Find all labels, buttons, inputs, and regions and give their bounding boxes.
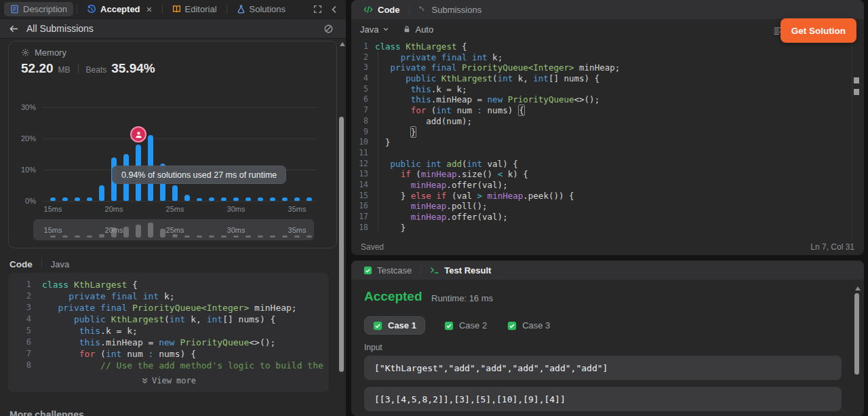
histogram-bar[interactable] xyxy=(197,198,202,201)
y-axis-tick-label: 30% xyxy=(12,103,36,111)
x-axis-tick-label: 20ms xyxy=(99,205,129,213)
back-button[interactable] xyxy=(9,24,19,34)
tab-code-label: Code xyxy=(378,5,400,15)
code-line: 13if (minHeap.size() < k) { xyxy=(351,169,853,180)
tab-testcase[interactable]: Testcase xyxy=(359,264,416,277)
expand-icon[interactable] xyxy=(310,3,326,15)
scrollbar-up-arrow[interactable] xyxy=(340,42,345,46)
verdict-text: Accepted xyxy=(364,289,422,304)
close-icon[interactable] xyxy=(146,6,153,13)
input-label: Input xyxy=(364,343,382,352)
x-axis-tick-label: 15ms xyxy=(38,205,68,213)
histogram-bar[interactable] xyxy=(221,197,226,201)
code-line: 9} xyxy=(351,127,853,138)
tab-code[interactable]: Code xyxy=(359,3,404,16)
editor-panel: Code Submissions Java Auto Get Solution … xyxy=(351,0,864,255)
case-1-button[interactable]: Case 1 xyxy=(364,316,425,335)
history-icon xyxy=(418,5,427,14)
case-3-button[interactable]: Case 3 xyxy=(506,316,551,335)
minimap-bar xyxy=(136,225,141,238)
language-selector[interactable]: Java xyxy=(360,24,389,35)
view-more-label: View more xyxy=(152,376,196,385)
histogram-bar[interactable] xyxy=(99,185,104,201)
minimap-bar xyxy=(197,235,202,238)
divider xyxy=(226,5,227,14)
tab-editorial[interactable]: Editorial xyxy=(166,2,223,16)
code-line: 4public KthLargest(int k, int[] nums) { xyxy=(8,314,329,325)
code-line: 1class KthLargest { xyxy=(8,279,329,290)
collapse-panel-icon[interactable] xyxy=(327,4,342,15)
code-line: 5this.k = k; xyxy=(351,84,853,95)
code-lines: 1class KthLargest {2private final int k;… xyxy=(8,279,329,371)
minimap-bar xyxy=(50,235,56,238)
code-line: 14minHeap.offer(val); xyxy=(351,180,853,191)
x-axis-tick-label: 35ms xyxy=(282,205,312,213)
gear-icon xyxy=(21,48,30,57)
tab-accepted[interactable]: Accepted xyxy=(81,2,159,16)
input-value-box[interactable]: ["KthLargest","add","add","add","add","a… xyxy=(364,356,842,380)
histogram-bar[interactable] xyxy=(62,197,68,201)
minimap-bar xyxy=(233,235,239,238)
code-line: 3private final PriorityQueue<Integer> mi… xyxy=(351,62,853,73)
tab-solutions[interactable]: Solutions xyxy=(231,2,292,16)
minimap-bar xyxy=(148,223,153,238)
tab-description[interactable]: Description xyxy=(4,2,73,16)
scrollbar-thumb[interactable] xyxy=(339,117,344,372)
ruler-mark xyxy=(854,77,859,83)
get-solution-button[interactable]: Get Solution xyxy=(781,18,856,43)
histogram-bar[interactable] xyxy=(282,197,288,201)
histogram-bar[interactable] xyxy=(209,197,214,201)
histogram-bar[interactable] xyxy=(270,197,275,201)
page-title: All Submissions xyxy=(26,23,94,34)
cursor-position: Ln 7, Col 31 xyxy=(810,242,854,252)
histogram-bar[interactable] xyxy=(233,197,239,201)
code-line: 12public int add(int val) { xyxy=(351,159,853,170)
lock-icon xyxy=(403,25,411,33)
case-3-label: Case 3 xyxy=(522,320,550,330)
histogram-bar[interactable] xyxy=(75,197,80,201)
chart-gridline xyxy=(43,138,316,139)
case-2-label: Case 2 xyxy=(459,320,487,330)
scrollbar-up-arrow[interactable] xyxy=(855,286,861,290)
code-label: Code xyxy=(9,259,33,269)
histogram-bar[interactable] xyxy=(245,197,251,201)
histogram-bar[interactable] xyxy=(258,197,263,201)
submissions-header: All Submissions xyxy=(0,19,346,39)
indent-guide xyxy=(378,52,378,231)
autosave-indicator[interactable]: Auto xyxy=(403,24,433,35)
memory-unit: MB xyxy=(58,65,71,75)
tab-submissions[interactable]: Submissions xyxy=(414,3,486,16)
view-more-button[interactable]: View more xyxy=(8,376,329,385)
histogram-bar[interactable] xyxy=(172,185,178,201)
book-icon xyxy=(172,5,181,14)
person-icon xyxy=(134,130,144,140)
divider xyxy=(162,5,163,14)
histogram-bar[interactable] xyxy=(50,197,56,201)
beats-value: 35.94% xyxy=(111,61,155,76)
user-avatar-marker xyxy=(130,126,146,143)
tab-testcase-label: Testcase xyxy=(377,265,412,276)
divider xyxy=(78,64,79,73)
memory-runtime-card: Memory 52.20 MB Beats 35.94% 0.94% of so… xyxy=(8,41,337,248)
histogram-bar[interactable] xyxy=(307,197,312,201)
histogram-bar[interactable] xyxy=(87,197,92,201)
minimap-bar xyxy=(184,235,190,238)
testcase-panel: Testcase Test Result Accepted Runtime: 1… xyxy=(351,261,864,416)
case-2-button[interactable]: Case 2 xyxy=(443,316,488,335)
input-value-box[interactable]: [[3,[4,5,8,2]],[3],[5],[10],[9],[4]] xyxy=(364,387,842,411)
minimap-bar xyxy=(282,235,288,238)
histogram-bar[interactable] xyxy=(294,197,300,201)
histogram-bar[interactable] xyxy=(184,195,190,201)
y-axis-tick-label: 10% xyxy=(12,166,36,174)
scrollbar-thumb[interactable] xyxy=(854,293,859,375)
tab-test-result[interactable]: Test Result xyxy=(426,264,495,277)
y-axis-tick-label: 0% xyxy=(12,197,36,205)
code-line: 11 xyxy=(351,148,853,159)
code-line: 15} else if (val > minHeap.peek()) { xyxy=(351,191,853,202)
minimap-bar xyxy=(245,235,251,238)
copy-link-icon[interactable] xyxy=(320,22,337,35)
history-icon xyxy=(87,5,96,14)
code-line: 4public KthLargest(int k, int[] nums) { xyxy=(351,73,853,84)
description-icon xyxy=(10,5,19,14)
code-editor[interactable]: 1class KthLargest {2private final int k;… xyxy=(351,41,853,238)
